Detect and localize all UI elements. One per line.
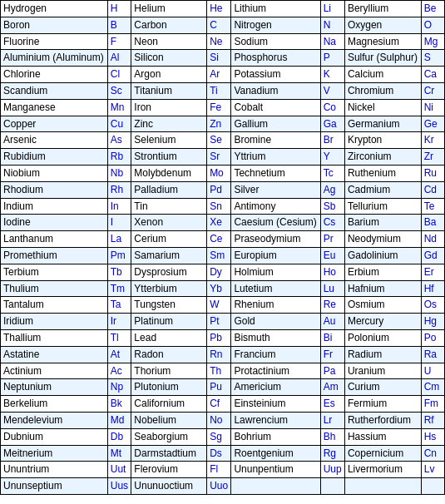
element-symbol: Bk	[107, 396, 131, 413]
element-name: Gadolinium	[344, 247, 421, 264]
element-name: Scandium	[1, 82, 108, 99]
table-row: ManganeseMnIronFeCobaltCoNickelNi	[1, 99, 445, 116]
element-symbol: Rg	[320, 445, 344, 462]
element-name: Rhenium	[231, 297, 320, 314]
element-symbol: Nb	[107, 165, 131, 181]
element-name: Boron	[1, 17, 108, 33]
element-name: Praseodymium	[231, 231, 320, 248]
element-name: Magnesium	[344, 33, 421, 50]
element-symbol: Zn	[207, 116, 231, 132]
element-symbol: Zr	[421, 149, 444, 166]
element-symbol: Uup	[320, 462, 344, 478]
element-name: Actinium	[1, 363, 108, 379]
element-symbol: Eu	[320, 247, 344, 264]
element-name: Iridium	[1, 314, 108, 330]
table-row: TantalumTaTungstenWRheniumReOsmiumOs	[1, 297, 445, 314]
element-symbol: Ag	[320, 181, 344, 198]
element-name: Hafnium	[344, 280, 421, 297]
element-name: Thallium	[1, 329, 108, 346]
element-symbol: He	[207, 1, 231, 17]
element-symbol: Ac	[107, 363, 131, 379]
element-name	[231, 478, 320, 495]
element-name: Iron	[131, 99, 207, 116]
element-symbol: Am	[320, 379, 344, 396]
element-name: Gold	[231, 314, 320, 330]
element-symbol	[421, 478, 444, 495]
element-name: Cadmium	[344, 181, 421, 198]
element-symbol: Po	[421, 329, 444, 346]
element-symbol: S	[421, 50, 444, 67]
element-name: Ytterbium	[131, 280, 207, 297]
element-symbol: H	[107, 1, 131, 17]
element-symbol: Uut	[107, 462, 131, 478]
element-name: Rhodium	[1, 181, 108, 198]
element-name: Mendelevium	[1, 412, 108, 428]
element-symbol: Ca	[421, 67, 444, 83]
element-symbol: Lr	[320, 412, 344, 428]
element-symbol: Mn	[107, 99, 131, 116]
element-symbol: Ho	[320, 264, 344, 280]
element-symbol: Be	[421, 1, 444, 17]
element-name: Barium	[344, 215, 421, 231]
element-symbol: Db	[107, 428, 131, 445]
element-symbol: Pt	[207, 314, 231, 330]
element-name: Ununuoctium	[131, 478, 207, 495]
element-symbol: Es	[320, 396, 344, 413]
element-name: Manganese	[1, 99, 108, 116]
element-name: Zinc	[131, 116, 207, 132]
element-name: Flerovium	[131, 462, 207, 478]
element-name: Silver	[231, 181, 320, 198]
element-symbol: Ru	[421, 165, 444, 181]
element-symbol: V	[320, 82, 344, 99]
element-symbol: Lv	[421, 462, 444, 478]
element-name: Zirconium	[344, 149, 421, 166]
element-name: Iodine	[1, 215, 108, 231]
element-symbol: Th	[207, 363, 231, 379]
element-symbol: Ga	[320, 116, 344, 132]
element-name: Lawrencium	[231, 412, 320, 428]
element-symbol: C	[207, 17, 231, 33]
element-symbol: Ce	[207, 231, 231, 248]
element-symbol: Pr	[320, 231, 344, 248]
element-symbol: Dy	[207, 264, 231, 280]
element-symbol: Cd	[421, 181, 444, 198]
element-name: Xenon	[131, 215, 207, 231]
element-symbol: Hf	[421, 280, 444, 297]
element-symbol: F	[107, 33, 131, 50]
element-name: Bromine	[231, 132, 320, 149]
element-name: Germanium	[344, 116, 421, 132]
element-name: Chromium	[344, 82, 421, 99]
element-name: Protactinium	[231, 363, 320, 379]
element-symbol: N	[320, 17, 344, 33]
element-name: Terbium	[1, 264, 108, 280]
element-name: Copernicium	[344, 445, 421, 462]
element-symbol: Te	[421, 198, 444, 215]
element-symbol: Sb	[320, 198, 344, 215]
element-name: Francium	[231, 346, 320, 363]
element-name: Strontium	[131, 149, 207, 166]
table-row: IndiumInTinSnAntimonySbTelluriumTe	[1, 198, 445, 215]
element-symbol: Ni	[421, 99, 444, 116]
element-name: Selenium	[131, 132, 207, 149]
element-name: Promethium	[1, 247, 108, 264]
element-name: Caesium (Cesium)	[231, 215, 320, 231]
element-symbol: Cl	[107, 67, 131, 83]
element-name: Nickel	[344, 99, 421, 116]
table-row: UnuntriumUutFleroviumFlUnunpentiumUupLiv…	[1, 462, 445, 478]
element-symbol: Na	[320, 33, 344, 50]
element-name: Cerium	[131, 231, 207, 248]
element-symbol: Np	[107, 379, 131, 396]
element-name: Lithium	[231, 1, 320, 17]
element-name: Krypton	[344, 132, 421, 149]
element-symbol: Cm	[421, 379, 444, 396]
table-row: ChlorineClArgonArPotassiumKCalciumCa	[1, 67, 445, 83]
element-name: Arsenic	[1, 132, 108, 149]
element-symbol: Tm	[107, 280, 131, 297]
element-name: Lutetium	[231, 280, 320, 297]
element-symbol: Hs	[421, 428, 444, 445]
element-symbol: U	[421, 363, 444, 379]
element-symbol: Fr	[320, 346, 344, 363]
table-row: NiobiumNbMolybdenumMoTechnetiumTcRutheni…	[1, 165, 445, 181]
element-symbol: Li	[320, 1, 344, 17]
element-symbol: Ra	[421, 346, 444, 363]
